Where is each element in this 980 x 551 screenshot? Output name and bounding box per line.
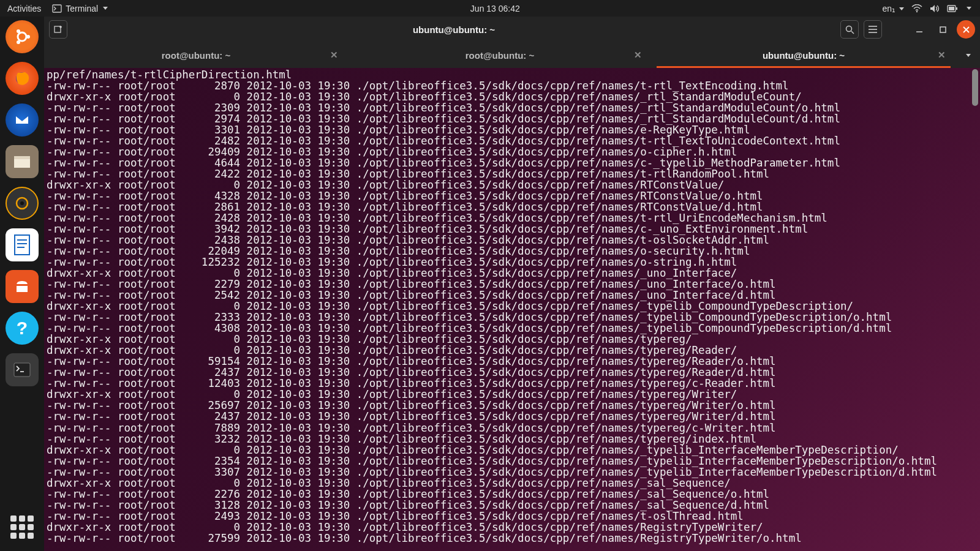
window-titlebar: ubuntu@ubuntu: ~ <box>44 17 980 42</box>
svg-rect-4 <box>956 7 957 10</box>
chevron-down-icon[interactable] <box>967 7 971 10</box>
svg-rect-14 <box>15 235 29 255</box>
search-button[interactable] <box>840 20 859 39</box>
svg-point-22 <box>846 26 851 31</box>
svg-point-13 <box>20 201 24 205</box>
new-tab-icon <box>53 24 63 34</box>
tab-close-icon[interactable]: ✕ <box>938 50 946 61</box>
tab-bar: root@ubuntu: ~✕ root@ubuntu: ~✕ ubuntu@u… <box>44 42 980 68</box>
dock-writer-icon[interactable] <box>6 228 39 261</box>
chevron-down-icon <box>966 54 971 57</box>
tab-menu-button[interactable] <box>956 42 980 68</box>
gnome-topbar: Activities Terminal Jun 13 06:42 en₁ <box>0 0 980 17</box>
svg-rect-3 <box>949 7 954 10</box>
maximize-button[interactable] <box>933 20 952 39</box>
terminal-window: ubuntu@ubuntu: ~ root@ubuntu: ~✕ root@ub… <box>44 17 980 551</box>
tab-ubuntu[interactable]: ubuntu@ubuntu: ~✕ <box>652 42 956 68</box>
volume-icon[interactable] <box>930 4 940 13</box>
svg-line-23 <box>851 31 854 34</box>
dock: ? <box>0 17 44 551</box>
svg-rect-19 <box>14 363 30 377</box>
show-apps-button[interactable] <box>6 511 39 544</box>
window-title: ubuntu@ubuntu: ~ <box>72 24 835 35</box>
svg-point-6 <box>26 35 30 39</box>
app-menu-label: Terminal <box>66 4 98 13</box>
svg-rect-0 <box>53 5 61 12</box>
dock-ubuntu-icon[interactable] <box>6 20 39 53</box>
tab-label: root@ubuntu: ~ <box>466 50 535 61</box>
svg-point-5 <box>18 32 26 41</box>
tab-root-1[interactable]: root@ubuntu: ~✕ <box>44 42 348 68</box>
lang-indicator[interactable]: en₁ <box>883 4 904 13</box>
tab-close-icon[interactable]: ✕ <box>330 50 338 61</box>
svg-point-8 <box>17 40 20 44</box>
activities-button[interactable]: Activities <box>7 4 41 13</box>
hamburger-menu-button[interactable] <box>864 20 882 39</box>
new-tab-button[interactable] <box>49 20 67 39</box>
hamburger-icon <box>869 26 877 33</box>
tab-root-2[interactable]: root@ubuntu: ~✕ <box>348 42 652 68</box>
dock-files-icon[interactable] <box>6 145 39 178</box>
scrollbar-thumb[interactable] <box>972 69 978 106</box>
close-button[interactable] <box>957 20 975 39</box>
dock-rhythmbox-icon[interactable] <box>6 187 39 220</box>
tab-label: root@ubuntu: ~ <box>162 50 231 61</box>
battery-icon[interactable] <box>947 5 958 12</box>
search-icon <box>845 25 854 34</box>
minimize-icon <box>916 26 923 33</box>
svg-rect-11 <box>14 159 30 168</box>
close-icon <box>963 26 970 33</box>
app-menu[interactable]: Terminal <box>52 4 108 13</box>
dock-thunderbird-icon[interactable] <box>6 103 39 137</box>
tab-close-icon[interactable]: ✕ <box>634 50 642 61</box>
clock[interactable]: Jun 13 06:42 <box>108 4 882 13</box>
dock-help-icon[interactable]: ? <box>6 312 39 345</box>
svg-rect-28 <box>940 27 946 32</box>
chevron-down-icon <box>899 7 904 10</box>
dock-software-icon[interactable] <box>6 270 39 303</box>
svg-point-1 <box>916 10 918 12</box>
svg-point-7 <box>17 29 20 33</box>
wifi-icon[interactable] <box>911 4 922 13</box>
terminal-icon <box>52 4 62 13</box>
minimize-button[interactable] <box>910 20 929 39</box>
svg-rect-18 <box>17 284 28 286</box>
tab-label: ubuntu@ubuntu: ~ <box>763 50 845 61</box>
dock-terminal-icon[interactable] <box>6 353 39 386</box>
maximize-icon <box>940 26 946 33</box>
terminal-output[interactable]: pp/ref/names/t-rtlCipherDirection.html -… <box>44 68 980 551</box>
dock-firefox-icon[interactable] <box>6 62 39 95</box>
chevron-down-icon <box>103 7 108 10</box>
svg-rect-10 <box>14 156 30 159</box>
